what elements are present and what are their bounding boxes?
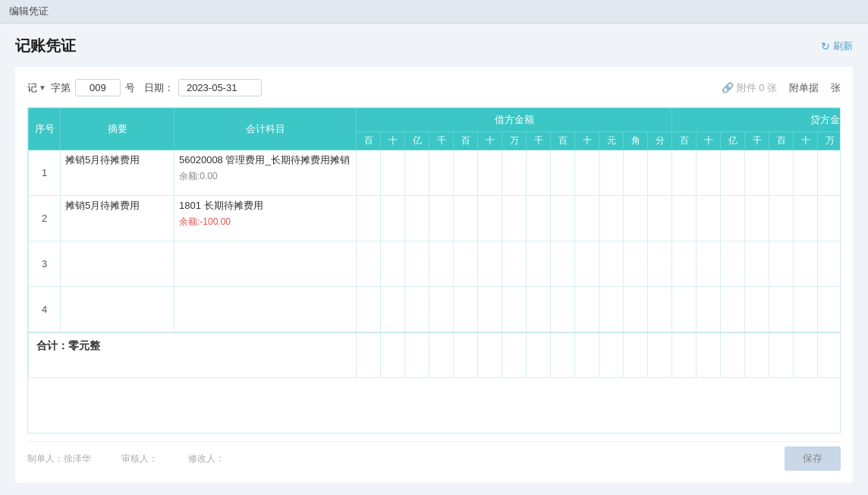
row1-d8[interactable] bbox=[527, 150, 551, 196]
voucher-type-dropdown[interactable]: 记 ▼ bbox=[27, 81, 46, 95]
chevron-down-icon: ▼ bbox=[39, 84, 46, 92]
total-label: 合计： bbox=[36, 339, 68, 352]
row1-d9[interactable] bbox=[551, 150, 575, 196]
row1-c2[interactable] bbox=[697, 150, 721, 196]
row1-c6[interactable] bbox=[794, 150, 818, 196]
row1-seq: 1 bbox=[29, 150, 61, 196]
row2-d11[interactable] bbox=[599, 196, 624, 241]
digit-header-c6: 十 bbox=[794, 132, 818, 150]
row1-d6[interactable] bbox=[478, 150, 502, 196]
row1-d1[interactable] bbox=[357, 150, 381, 196]
row1-account[interactable]: 56020008 管理费用_长期待摊费用摊销 余额:0.00 bbox=[175, 150, 357, 196]
row2-account[interactable]: 1801 长期待摊费用 余额:-100.00 bbox=[175, 196, 357, 241]
row2-c7[interactable] bbox=[818, 196, 841, 241]
row1-c1[interactable] bbox=[672, 150, 697, 196]
row1-c5[interactable] bbox=[769, 150, 794, 196]
digit-header-c3: 亿 bbox=[721, 132, 745, 150]
row4-account[interactable] bbox=[175, 287, 357, 333]
refresh-icon: ↻ bbox=[821, 40, 830, 52]
row1-d13[interactable] bbox=[648, 150, 672, 196]
row1-d11[interactable] bbox=[599, 150, 624, 196]
col-header-seq: 序号 bbox=[29, 109, 61, 150]
voucher-card: 记 ▼ 字第 号 日期： 🔗 附件 0 张 附单据 bbox=[15, 67, 853, 483]
row2-d2[interactable] bbox=[381, 196, 405, 241]
row1-d3[interactable] bbox=[405, 150, 429, 196]
type-prefix-label: 字第 bbox=[51, 81, 71, 95]
row1-c4[interactable] bbox=[745, 150, 769, 196]
modifier-label: 修改人： bbox=[188, 453, 225, 464]
single-doc-label[interactable]: 附单据 bbox=[789, 81, 819, 95]
row1-d4[interactable] bbox=[429, 150, 454, 196]
row2-d4[interactable] bbox=[429, 196, 454, 241]
row2-c6[interactable] bbox=[794, 196, 818, 241]
row1-c3[interactable] bbox=[721, 150, 745, 196]
row2-d7[interactable] bbox=[502, 196, 527, 241]
row3-account[interactable] bbox=[175, 241, 357, 287]
window: 编辑凭证 记账凭证 ↻ 刷新 记 ▼ 字第 号 bbox=[0, 0, 868, 495]
total-row: 合计：零元整 bbox=[29, 333, 841, 378]
table-row: 4 bbox=[29, 287, 841, 333]
row2-d6[interactable] bbox=[478, 196, 502, 241]
row2-d3[interactable] bbox=[405, 196, 429, 241]
refresh-button[interactable]: ↻ 刷新 bbox=[821, 39, 853, 53]
save-btn-area: 保存 bbox=[785, 446, 841, 471]
digit-header-d2: 十 bbox=[381, 132, 405, 150]
row4-seq: 4 bbox=[29, 287, 61, 333]
digit-header-d5: 百 bbox=[454, 132, 478, 150]
total-value: 零元整 bbox=[68, 339, 100, 352]
row2-c2[interactable] bbox=[697, 196, 721, 241]
row4-summary[interactable] bbox=[61, 287, 175, 333]
row2-d10[interactable] bbox=[575, 196, 599, 241]
col-header-debit: 借方金额 bbox=[357, 109, 672, 132]
row1-d2[interactable] bbox=[381, 150, 405, 196]
voucher-table: 序号 摘要 会计科目 借方金额 贷方金额 百 十 亿 千 百 十 bbox=[28, 108, 841, 378]
row2-d9[interactable] bbox=[551, 196, 575, 241]
digit-header-d8: 千 bbox=[527, 132, 551, 150]
main-content: 记账凭证 ↻ 刷新 记 ▼ 字第 号 日期： bbox=[0, 24, 868, 495]
reviewer-label: 审核人： bbox=[121, 453, 158, 464]
digit-header-d12: 角 bbox=[624, 132, 648, 150]
row2-seq: 2 bbox=[29, 196, 61, 241]
digit-header-d11: 元 bbox=[599, 132, 624, 150]
row2-d8[interactable] bbox=[527, 196, 551, 241]
attachment-link[interactable]: 🔗 附件 0 张 bbox=[722, 81, 777, 95]
digit-header-d7: 万 bbox=[502, 132, 527, 150]
row2-d13[interactable] bbox=[648, 196, 672, 241]
digit-header-c5: 百 bbox=[769, 132, 794, 150]
date-group: 日期： bbox=[144, 79, 262, 96]
row2-d1[interactable] bbox=[357, 196, 381, 241]
attachment-area: 🔗 附件 0 张 附单据 张 bbox=[722, 81, 841, 95]
row1-c7[interactable] bbox=[818, 150, 841, 196]
voucher-number-input[interactable] bbox=[75, 79, 121, 96]
footer-info: 制单人：徐泽华 审核人： 修改人： 保存 bbox=[27, 441, 841, 471]
title-bar: 编辑凭证 bbox=[0, 0, 868, 24]
digit-header-c2: 十 bbox=[697, 132, 721, 150]
table-header-row-1: 序号 摘要 会计科目 借方金额 贷方金额 bbox=[29, 109, 841, 132]
col-header-summary: 摘要 bbox=[61, 109, 175, 150]
row1-summary[interactable]: 摊销5月待摊费用 bbox=[61, 150, 175, 196]
date-input[interactable] bbox=[178, 79, 262, 96]
digit-header-d9: 百 bbox=[551, 132, 575, 150]
digit-header-d3: 亿 bbox=[405, 132, 429, 150]
digit-header-c1: 百 bbox=[672, 132, 697, 150]
save-button[interactable]: 保存 bbox=[785, 446, 841, 471]
row2-summary[interactable]: 摊销5月待摊费用 bbox=[61, 196, 175, 241]
page-title: 记账凭证 bbox=[15, 36, 76, 56]
digit-header-c7: 万 bbox=[818, 132, 841, 150]
digit-header-d4: 千 bbox=[429, 132, 454, 150]
voucher-meta: 记 ▼ 字第 号 日期： 🔗 附件 0 张 附单据 bbox=[27, 79, 841, 96]
row1-d12[interactable] bbox=[624, 150, 648, 196]
row1-d5[interactable] bbox=[454, 150, 478, 196]
digit-header-d6: 十 bbox=[478, 132, 502, 150]
row2-c1[interactable] bbox=[672, 196, 697, 241]
row2-c3[interactable] bbox=[721, 196, 745, 241]
row2-c5[interactable] bbox=[769, 196, 794, 241]
row2-c4[interactable] bbox=[745, 196, 769, 241]
digit-header-c4: 千 bbox=[745, 132, 769, 150]
row3-summary[interactable] bbox=[61, 241, 175, 287]
zhang-label: 张 bbox=[831, 81, 841, 95]
row2-d5[interactable] bbox=[454, 196, 478, 241]
row1-d7[interactable] bbox=[502, 150, 527, 196]
row1-d10[interactable] bbox=[575, 150, 599, 196]
row2-d12[interactable] bbox=[624, 196, 648, 241]
